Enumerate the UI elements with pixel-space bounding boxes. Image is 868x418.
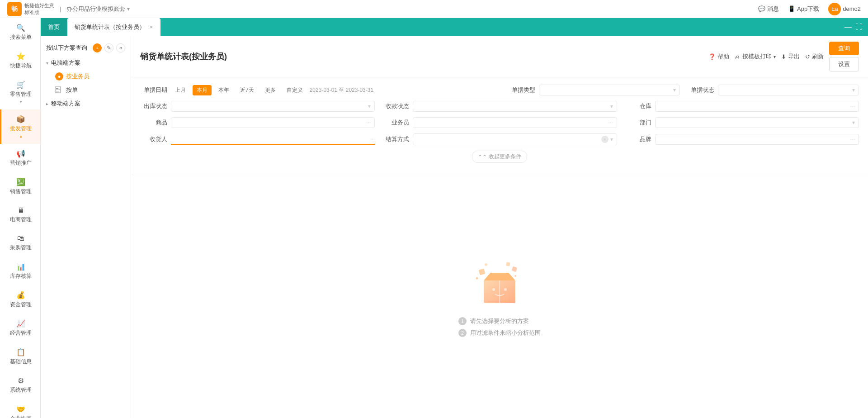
sidebar-item-system[interactable]: ⚙ 系统管理 bbox=[0, 371, 40, 399]
svg-point-13 bbox=[492, 288, 495, 291]
sidebar-item-finance[interactable]: 💰 资金管理 bbox=[0, 285, 40, 314]
sidebar-item-operations[interactable]: 📈 经营管理 bbox=[0, 314, 40, 342]
outstatus-label: 出库状态 bbox=[140, 102, 167, 110]
svg-rect-9 bbox=[506, 262, 510, 266]
print-dropdown-icon: ▾ bbox=[774, 54, 776, 59]
warehouse-control[interactable]: ··· bbox=[655, 101, 859, 112]
date-btn-this-year[interactable]: 本年 bbox=[214, 85, 233, 95]
dept-label: 部门 bbox=[624, 119, 651, 127]
svg-rect-1 bbox=[56, 90, 60, 90]
sidebar-item-search[interactable]: 🔍 搜索菜单 bbox=[0, 18, 40, 47]
sidebar-item-enterprise[interactable]: 🤝 企业协同 bbox=[0, 399, 40, 418]
expand-icon: ▾ bbox=[46, 61, 48, 66]
date-btn-last-month[interactable]: 上月 bbox=[171, 85, 190, 95]
left-panel: 按以下方案查询 + ✎ « bbox=[41, 36, 131, 418]
outstatus-control[interactable]: ▾ bbox=[171, 101, 375, 112]
query-button[interactable]: 查询 bbox=[829, 42, 859, 55]
tab-home[interactable]: 首页 bbox=[41, 18, 67, 36]
filter-row-3: 商品 ··· 业务员 ··· bbox=[140, 117, 859, 128]
sales-icon: 💹 bbox=[16, 178, 25, 186]
date-range-display: 2023-03-01 至 2023-03-31 bbox=[310, 86, 373, 94]
settlement-label: 结算方式 bbox=[382, 135, 409, 143]
goods-control[interactable]: ··· bbox=[171, 117, 375, 128]
tree-item-by-order[interactable]: 按单 bbox=[41, 83, 131, 97]
date-btn-7days[interactable]: 近7天 bbox=[236, 85, 258, 95]
page-header: 销货单统计表(按业务员) ❓ 帮助 🖨 按模板打印 ▾ ⬇ bbox=[131, 36, 868, 77]
collapse-label: 收起更多条件 bbox=[489, 153, 521, 161]
active-badge: ● bbox=[55, 72, 63, 81]
settlement-control[interactable]: × ▾ bbox=[413, 133, 617, 145]
add-scheme-btn[interactable]: + bbox=[93, 43, 102, 52]
paystatus-control[interactable]: ▾ bbox=[413, 101, 617, 112]
tree-item-label: 按业务员 bbox=[66, 72, 90, 81]
marketing-icon: 📢 bbox=[16, 149, 25, 158]
sidebar-item-quicknav[interactable]: ⭐ 快捷导航 bbox=[0, 47, 40, 75]
sidebar-item-marketing[interactable]: 📢 营销推广 bbox=[0, 144, 40, 172]
date-btn-custom[interactable]: 自定义 bbox=[283, 85, 307, 95]
sidebar-item-wholesale[interactable]: 📦 批发管理 ▴ bbox=[0, 109, 40, 144]
salesperson-control[interactable]: ··· bbox=[413, 117, 617, 128]
brand-control[interactable]: ··· bbox=[655, 134, 859, 145]
download-icon: 📱 bbox=[788, 5, 795, 12]
date-btn-this-month[interactable]: 本月 bbox=[193, 85, 212, 95]
tab-sales-stat[interactable]: 销货单统计表（按业务员） × bbox=[67, 18, 160, 36]
help-btn[interactable]: ❓ 帮助 bbox=[708, 52, 729, 61]
collapse-btn[interactable]: ⌃⌃ 收起更多条件 bbox=[472, 151, 527, 163]
docstatus-dropdown-icon: ▾ bbox=[852, 87, 855, 93]
app-download-btn[interactable]: 📱 App下载 bbox=[788, 5, 819, 13]
scheme-tree: ▾ 电脑端方案 ● 按业务员 按单 ▸ 移 bbox=[41, 56, 131, 110]
tree-item-label: 电脑端方案 bbox=[51, 59, 80, 67]
sidebar-item-ecommerce[interactable]: 🖥 电商管理 bbox=[0, 201, 40, 229]
paystatus-dropdown-icon: ▾ bbox=[610, 103, 613, 109]
content-wrapper: 按以下方案查询 + ✎ « bbox=[41, 36, 868, 418]
refresh-btn[interactable]: ↺ 刷新 bbox=[805, 52, 824, 61]
content-area: 首页 销货单统计表（按业务员） × — ⛶ 按以下方案查询 + bbox=[41, 18, 868, 418]
tab-maximize-btn[interactable]: ⛶ bbox=[855, 23, 863, 31]
tab-close-btn[interactable]: × bbox=[150, 24, 153, 30]
logo-icon: 畅 bbox=[7, 2, 22, 16]
sidebar-item-basicinfo[interactable]: 📋 基础信息 bbox=[0, 342, 40, 371]
export-icon: ⬇ bbox=[781, 53, 786, 60]
docstatus-label: 单据状态 bbox=[687, 86, 714, 94]
tree-item-by-salesperson[interactable]: ● 按业务员 bbox=[41, 70, 131, 83]
dept-control[interactable]: ▾ bbox=[655, 117, 859, 128]
empty-tip-1: 1 请先选择要分析的方案 bbox=[458, 317, 541, 325]
inventory-icon: 📊 bbox=[16, 262, 25, 271]
user-menu[interactable]: Ea demo2 bbox=[828, 3, 861, 15]
sidebar-item-sales[interactable]: 💹 销售管理 bbox=[0, 172, 40, 201]
sidebar-item-retail[interactable]: 🛒 零售管理 ▾ bbox=[0, 75, 40, 109]
date-btn-more[interactable]: 更多 bbox=[261, 85, 280, 95]
item-icon bbox=[55, 86, 63, 94]
docstatus-control[interactable]: ▾ bbox=[718, 85, 859, 95]
export-btn[interactable]: ⬇ 导出 bbox=[781, 52, 800, 61]
tip-text-1: 请先选择要分析的方案 bbox=[470, 317, 529, 325]
tip-text-2: 用过滤条件来缩小分析范围 bbox=[470, 329, 541, 337]
svg-point-14 bbox=[504, 288, 507, 291]
brand-label: 品牌 bbox=[624, 135, 651, 143]
star-icon: ⭐ bbox=[16, 52, 25, 61]
empty-tips: 1 请先选择要分析的方案 2 用过滤条件来缩小分析范围 bbox=[458, 317, 541, 337]
outstatus-dropdown-icon: ▾ bbox=[368, 103, 371, 109]
tab-bar-actions: — ⛶ bbox=[839, 23, 868, 31]
receiver-control[interactable]: ··· bbox=[171, 134, 375, 145]
tab-minimize-btn[interactable]: — bbox=[844, 23, 852, 31]
top-bar-left: 畅 畅捷信好生意 标准版 | 办公用品行业模拟账套 ▾ bbox=[7, 2, 130, 16]
svg-rect-7 bbox=[479, 268, 486, 275]
message-btn[interactable]: 💬 消息 bbox=[758, 5, 779, 13]
enterprise-icon: 🤝 bbox=[16, 405, 25, 413]
settlement-clear-btn[interactable]: × bbox=[601, 136, 609, 143]
svg-rect-0 bbox=[56, 88, 58, 89]
sidebar-item-purchase[interactable]: 🛍 采购管理 bbox=[0, 229, 40, 257]
print-btn[interactable]: 🖨 按模板打印 ▾ bbox=[735, 52, 776, 61]
tree-item-desktop[interactable]: ▾ 电脑端方案 bbox=[41, 56, 131, 70]
setting-button[interactable]: 设置 bbox=[829, 57, 859, 71]
tree-item-mobile[interactable]: ▸ 移动端方案 bbox=[41, 97, 131, 110]
sidebar-item-inventory[interactable]: 📊 库存核算 bbox=[0, 257, 40, 285]
tree-item-label: 按单 bbox=[66, 86, 78, 94]
doctype-control[interactable]: ▾ bbox=[539, 85, 680, 95]
collapse-up-icon: ⌃⌃ bbox=[478, 154, 487, 160]
sidebar-item-label: 零售管理 bbox=[10, 90, 32, 98]
edit-scheme-btn[interactable]: ✎ bbox=[104, 43, 113, 52]
collapse-panel-btn[interactable]: « bbox=[116, 43, 125, 52]
dept-dropdown-icon: ▾ bbox=[852, 119, 855, 126]
